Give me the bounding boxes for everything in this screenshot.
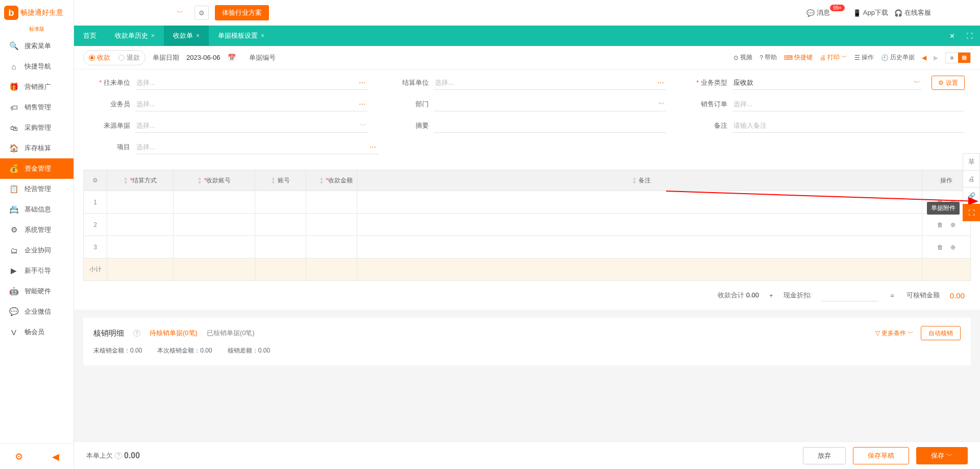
sidebar-item-8[interactable]: 📇基础信息: [0, 199, 74, 220]
salesperson-select[interactable]: 选择...⋯: [135, 97, 368, 111]
menu-icon: 🛍: [9, 123, 18, 132]
settings-icon[interactable]: ⚙: [15, 451, 23, 462]
remark-input[interactable]: 请输入备注: [732, 119, 965, 133]
table-row[interactable]: 3🗑⊕: [83, 236, 971, 259]
company-select[interactable]: ﹀: [81, 6, 188, 20]
menu-label: 库存核算: [24, 144, 51, 153]
list-icon: ☰: [854, 54, 860, 61]
close-icon[interactable]: ×: [151, 32, 155, 39]
shortcut-button[interactable]: ⌨快捷键: [784, 53, 813, 62]
next-button[interactable]: ▶: [934, 54, 938, 61]
radio-receipt[interactable]: 收款: [86, 52, 113, 63]
filter-icon: ▽: [875, 330, 880, 337]
sidebar-item-3[interactable]: 🏷销售管理: [0, 97, 74, 118]
table-row[interactable]: 2🗑⊕: [83, 214, 971, 236]
date-value[interactable]: 2023-06-06: [186, 54, 220, 61]
gear-icon[interactable]: ⚙: [194, 6, 209, 20]
menu-label: 企业协同: [24, 246, 51, 255]
tab-close-button[interactable]: ✕: [944, 26, 960, 46]
menu-icon: 🏷: [9, 103, 18, 112]
chevron-down-icon: ﹀: [841, 53, 847, 62]
more-conditions-button[interactable]: ▽更多条件﹀: [875, 329, 914, 338]
auto-writeoff-button[interactable]: 自动核销: [921, 326, 961, 340]
delete-icon[interactable]: 🗑: [937, 244, 943, 251]
sidebar-item-2[interactable]: 🎁营销推广: [0, 77, 74, 97]
sidebar-item-5[interactable]: 🏠库存核算: [0, 138, 74, 158]
close-icon[interactable]: ×: [261, 32, 264, 39]
grid-settings-icon[interactable]: ⚙: [92, 177, 98, 184]
radio-refund[interactable]: 退款: [115, 52, 143, 63]
footer-bar: 本单上欠 ? 0.00 放弃 保存草稿 保存 ﹀: [74, 441, 980, 469]
app-download-link[interactable]: 📱 App下载: [853, 8, 888, 17]
tab-0[interactable]: 首页: [74, 26, 106, 46]
tab-2[interactable]: 收款单×: [164, 26, 209, 46]
add-icon[interactable]: ⊕: [950, 221, 955, 228]
sidebar-menu: 🔍搜索菜单⌂快捷导航🎁营销推广🏷销售管理🛍采购管理🏠库存核算💰资金管理📋经营管理…: [0, 33, 74, 443]
help-button[interactable]: ?帮助: [760, 53, 777, 62]
table-row[interactable]: 1🗑⊕: [83, 191, 971, 214]
save-draft-button[interactable]: 保存草稿: [853, 447, 909, 464]
dept-select[interactable]: ﹀: [434, 97, 666, 111]
prev-button[interactable]: ◀: [922, 54, 926, 61]
discount-input[interactable]: [822, 289, 878, 301]
menu-label: 采购管理: [24, 123, 51, 132]
sidebar-item-11[interactable]: ▶新手引导: [0, 261, 74, 281]
tab-1[interactable]: 收款单历史×: [106, 26, 164, 46]
sidebar-item-6[interactable]: 💰资金管理: [0, 158, 74, 179]
pending-tab[interactable]: 待核销单据(0笔): [150, 329, 198, 338]
project-select[interactable]: 选择...⋯: [135, 140, 378, 154]
sidebar-item-7[interactable]: 📋经营管理: [0, 179, 74, 199]
video-button[interactable]: ⊙视频: [733, 53, 752, 62]
calendar-icon[interactable]: 📅: [228, 54, 236, 61]
settle-unit-select[interactable]: 选择...⋯: [434, 76, 666, 90]
page-body: 收款 退款 单据日期 2023-06-06 📅 单据编号 ⊙视频 ?帮助 ⌨快捷…: [74, 46, 980, 469]
brand-edition: 标准版: [0, 26, 74, 33]
chat-icon: 💬: [806, 9, 815, 17]
chevron-down-icon: ﹀: [177, 8, 183, 17]
source-doc-select[interactable]: 选择...﹀: [135, 119, 368, 133]
tab-3[interactable]: 单据模板设置×: [209, 26, 274, 46]
rail-expand-icon[interactable]: ⛶: [963, 204, 980, 221]
done-tab[interactable]: 已核销单据(0笔): [207, 329, 255, 338]
sales-order-select[interactable]: 选择...: [732, 97, 965, 111]
collapse-icon[interactable]: ◀: [52, 451, 59, 462]
stat-diff: 核销差额：0.00: [228, 346, 270, 355]
rail-print-icon[interactable]: 🖨: [963, 170, 980, 187]
trial-button[interactable]: 体验行业方案: [215, 5, 269, 20]
setting-button[interactable]: ⚙设置: [932, 76, 965, 90]
sidebar-item-10[interactable]: 🗂企业协同: [0, 240, 74, 261]
sidebar-item-4[interactable]: 🛍采购管理: [0, 118, 74, 138]
add-icon[interactable]: ⊕: [950, 244, 955, 251]
help-icon[interactable]: ?: [115, 452, 122, 459]
rail-attach-icon[interactable]: 🔗: [963, 187, 980, 204]
view-card-button[interactable]: ▦: [958, 53, 970, 63]
view-list-button[interactable]: ≡: [946, 53, 958, 63]
main: ﹀ ⚙ 体验行业方案 💬 消息 99+ 📱 App下载 🎧 在线客服 首页收款单…: [74, 0, 980, 469]
sidebar-item-9[interactable]: ⚙系统管理: [0, 220, 74, 240]
menu-icon: 💰: [9, 164, 18, 173]
rail-draft-icon[interactable]: 草: [963, 153, 980, 171]
sidebar-item-0[interactable]: 🔍搜索菜单: [0, 36, 74, 56]
delete-icon[interactable]: 🗑: [937, 221, 943, 228]
discard-button[interactable]: 放弃: [803, 447, 846, 464]
menu-label: 系统管理: [24, 225, 51, 235]
action-button[interactable]: ☰操作: [854, 53, 874, 62]
history-button[interactable]: 🕘历史单据: [881, 53, 915, 62]
partner-select[interactable]: 选择...⋯: [135, 76, 368, 90]
menu-icon: 📇: [9, 205, 18, 214]
tab-expand-button[interactable]: ⛶: [962, 26, 977, 46]
print-button[interactable]: 🖨打印﹀: [820, 53, 847, 62]
summary-input[interactable]: [434, 119, 666, 133]
close-icon[interactable]: ×: [196, 32, 200, 39]
menu-label: 营销推广: [24, 82, 51, 91]
help-icon[interactable]: ?: [133, 330, 140, 337]
sidebar-item-1[interactable]: ⌂快捷导航: [0, 56, 74, 77]
save-button[interactable]: 保存 ﹀: [916, 447, 968, 464]
sidebar-item-12[interactable]: 🤖智能硬件: [0, 281, 74, 301]
menu-label: 畅会员: [24, 327, 44, 337]
messages-link[interactable]: 💬 消息 99+: [806, 8, 847, 17]
sidebar-item-13[interactable]: 💬企业微信: [0, 301, 74, 322]
biz-type-select[interactable]: 应收款﹀: [732, 76, 921, 90]
online-service-link[interactable]: 🎧 在线客服: [894, 8, 931, 17]
sidebar-item-14[interactable]: V畅会员: [0, 322, 74, 342]
